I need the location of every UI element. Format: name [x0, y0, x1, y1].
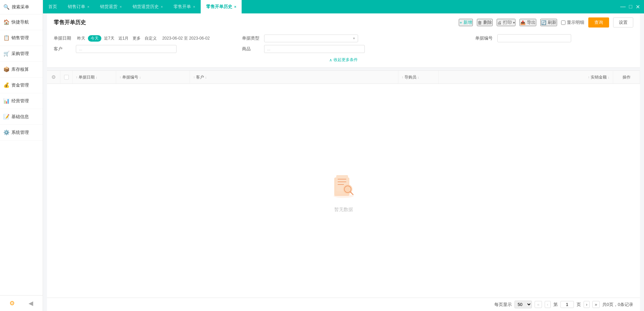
- goods-select[interactable]: ...: [264, 45, 365, 53]
- header-checkbox[interactable]: [64, 75, 69, 80]
- sidebar-item-system-mgmt[interactable]: ⚙️ 系统管理: [0, 125, 43, 141]
- bill-type-select[interactable]: ▾: [264, 35, 358, 42]
- tab-sales-return-history[interactable]: 销货退货历史 ×: [127, 0, 168, 13]
- window-close-icon[interactable]: ✕: [636, 4, 640, 10]
- home-icon: 🏠: [3, 19, 9, 25]
- filter-col-customer: 客户 ...: [54, 45, 242, 53]
- th-customer-label: 客户: [196, 74, 204, 80]
- tab-retail-open-history[interactable]: 零售开单历史 ×: [201, 0, 242, 13]
- page-suffix: 页: [577, 302, 581, 308]
- sidebar-item-label-3: 库存核算: [11, 66, 29, 72]
- th-billno-sort-asc[interactable]: ↑: [119, 75, 121, 79]
- refresh-button[interactable]: 🔄 刷新: [540, 19, 557, 26]
- sidebar-item-label-2: 采购管理: [11, 51, 29, 57]
- sidebar-item-base-info[interactable]: 📝 基础信息: [0, 109, 43, 125]
- operations-icon: 📊: [3, 98, 9, 104]
- tab-retail-open-history-label: 零售开单历史: [206, 4, 232, 10]
- th-checkbox[interactable]: [60, 71, 72, 84]
- table-header: ⚙ ↑ 单据日期 ↓ ↑ 单据编号 ↓: [47, 70, 640, 84]
- date-opt-today[interactable]: 今天: [88, 35, 101, 42]
- next-page-button[interactable]: ›: [584, 301, 590, 308]
- page-title: 零售开单历史: [54, 19, 86, 26]
- sidebar-search[interactable]: 🔍 搜索采单: [0, 0, 43, 14]
- th-amount-sort-asc[interactable]: ↑: [588, 75, 590, 79]
- tab-sales-order-label: 销售订单: [68, 4, 85, 10]
- tab-sales-order[interactable]: 销售订单 ×: [62, 0, 95, 13]
- th-customer-sort-asc[interactable]: ↑: [193, 75, 195, 79]
- th-guide-sort-asc[interactable]: ↑: [402, 75, 403, 79]
- sidebar-item-label-6: 基础信息: [11, 114, 29, 120]
- date-opt-1month[interactable]: 近1月: [117, 35, 130, 42]
- sidebar-item-sales-mgmt[interactable]: 📋 销售管理: [0, 30, 43, 46]
- th-amount-label: 实销金额: [591, 74, 607, 80]
- collapse-sidebar-icon[interactable]: ◀: [29, 300, 33, 307]
- page-input[interactable]: [560, 301, 574, 308]
- th-billno: ↑ 单据编号 ↓: [116, 71, 190, 84]
- filter-row-2: 客户 ... 商品 ...: [54, 45, 633, 53]
- sidebar-item-purchase-mgmt[interactable]: 🛒 采购管理: [0, 46, 43, 62]
- last-page-button[interactable]: »: [592, 301, 599, 308]
- settings-bottom-icon[interactable]: ⚙: [9, 300, 15, 307]
- per-page-select[interactable]: 50 10 20 100: [514, 301, 532, 308]
- main: 首页 销售订单 × 销货退货 × 销货退货历史 × 零售开单 × 零售开单历史 …: [43, 0, 644, 311]
- pagination: 每页显示 50 10 20 100 « ‹ 第 页 › » 共0页，0条记录: [47, 298, 640, 311]
- th-guide: ↑ 导购员 ↓: [398, 71, 439, 84]
- print-icon: 🖨: [497, 20, 502, 25]
- delete-icon: 🗑: [478, 20, 482, 25]
- gear-icon[interactable]: ⚙: [51, 74, 56, 80]
- first-page-button[interactable]: «: [535, 301, 542, 308]
- system-icon: ⚙️: [3, 129, 9, 136]
- th-billno-sort-desc[interactable]: ↓: [139, 75, 141, 79]
- window-restore-icon[interactable]: □: [629, 4, 632, 10]
- th-date-sort-desc[interactable]: ↓: [96, 75, 97, 79]
- delete-button[interactable]: 🗑 删除: [477, 19, 493, 26]
- query-button[interactable]: 查询: [588, 17, 609, 28]
- tab-sales-return[interactable]: 销货退货 ×: [95, 0, 127, 13]
- display-detail-label[interactable]: 显示明细: [561, 19, 584, 25]
- tab-sales-order-close[interactable]: ×: [87, 5, 89, 9]
- tab-retail-open[interactable]: 零售开单 ×: [168, 0, 200, 13]
- sidebar-item-quick-nav[interactable]: 🏠 快捷导航: [0, 14, 43, 30]
- filter-date-options: 昨天 今天 近7天 近1月 更多 自定义 2023-06-02 至 2023-0…: [76, 35, 210, 42]
- date-range: 2023-06-02 至 2023-06-02: [162, 36, 209, 41]
- refresh-icon: 🔄: [541, 20, 546, 25]
- th-amount-sort-desc[interactable]: ↓: [608, 75, 609, 79]
- th-settings[interactable]: ⚙: [47, 71, 60, 84]
- th-billno-label: 单据编号: [122, 74, 138, 80]
- display-detail-checkbox[interactable]: [561, 20, 565, 25]
- table-area: ⚙ ↑ 单据日期 ↓ ↑ 单据编号 ↓: [47, 70, 640, 311]
- prev-page-button[interactable]: ‹: [545, 301, 551, 308]
- export-button[interactable]: 📤 导出: [519, 19, 536, 26]
- tab-sales-return-close[interactable]: ×: [119, 5, 121, 9]
- sidebar-item-finance[interactable]: 💰 资金管理: [0, 77, 43, 93]
- collapse-bar[interactable]: ∧ 收起更多条件: [54, 56, 633, 65]
- th-customer-sort-desc[interactable]: ↓: [205, 75, 207, 79]
- add-button[interactable]: + 新增: [459, 19, 473, 26]
- tab-home[interactable]: 首页: [43, 0, 62, 13]
- bill-no-label: 单据编号: [475, 35, 495, 41]
- filter-area: 单据日期 昨天 今天 近7天 近1月 更多 自定义 2023-06-02 至 2…: [54, 31, 633, 67]
- total-info: 共0页，0条记录: [602, 302, 633, 308]
- date-opt-yesterday[interactable]: 昨天: [76, 35, 87, 42]
- sidebar-item-inventory[interactable]: 📦 库存核算: [0, 62, 43, 77]
- tab-retail-open-history-close[interactable]: ×: [234, 5, 236, 9]
- delete-label: 删除: [483, 19, 492, 25]
- customer-select[interactable]: ...: [76, 45, 177, 53]
- tab-retail-open-close[interactable]: ×: [193, 5, 195, 9]
- window-minimize-icon[interactable]: —: [620, 4, 626, 10]
- content-area: 零售开单历史 + 新增 🗑 删除 🖨 打印 ▾: [43, 13, 644, 311]
- date-label: 单据日期: [54, 35, 74, 41]
- bill-type-arrow: ▾: [353, 36, 355, 41]
- sidebar-item-operations[interactable]: 📊 经营管理: [0, 93, 43, 109]
- th-guide-sort-desc[interactable]: ↓: [417, 75, 419, 79]
- print-button[interactable]: 🖨 打印 ▾: [497, 19, 515, 26]
- setting-button[interactable]: 设置: [613, 17, 633, 28]
- sidebar-bottom: ⚙ ◀: [0, 295, 43, 311]
- date-opt-7days[interactable]: 近7天: [103, 35, 116, 42]
- filter-col-goods: 商品 ...: [242, 45, 476, 53]
- tab-sales-return-history-close[interactable]: ×: [161, 5, 163, 9]
- bill-no-input[interactable]: [497, 34, 571, 42]
- date-opt-more[interactable]: 更多: [131, 35, 142, 42]
- th-date-sort-asc[interactable]: ↑: [76, 75, 78, 79]
- date-opt-custom[interactable]: 自定义: [143, 35, 158, 42]
